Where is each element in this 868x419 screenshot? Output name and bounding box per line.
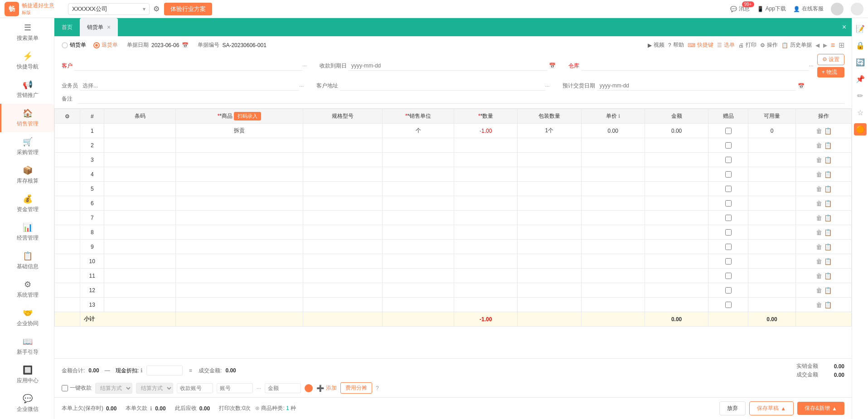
rp-note-icon[interactable]: 📝: [854, 23, 867, 35]
delete-icon-10[interactable]: 🗑: [816, 258, 822, 265]
salesman-input[interactable]: [80, 81, 299, 91]
shortcut-btn[interactable]: ⌨快捷键: [688, 41, 713, 49]
sidebar-item-wechat[interactable]: 💬 企业微信: [0, 389, 54, 418]
list-view-icon[interactable]: ≡: [831, 41, 835, 49]
delete-icon-4[interactable]: 🗑: [816, 171, 822, 178]
gift-checkbox-8[interactable]: [725, 229, 732, 236]
expected-date-calendar-icon[interactable]: 📅: [798, 83, 805, 89]
copy-icon-1[interactable]: 📋: [824, 127, 832, 135]
radio-sales[interactable]: 销货单: [62, 41, 86, 49]
copy-icon-9[interactable]: 📋: [824, 243, 832, 250]
settlement-method-select[interactable]: 结算方式: [95, 383, 132, 394]
gift-checkbox-1[interactable]: [725, 128, 732, 134]
sidebar-item-sales[interactable]: 🏠 销售管理: [0, 104, 54, 132]
setting-button[interactable]: ⚙ 设置: [817, 54, 844, 65]
help-btn[interactable]: ?帮助: [668, 41, 684, 49]
radio-return[interactable]: 退货单: [93, 41, 118, 49]
salesman-dots-icon[interactable]: ···: [299, 83, 304, 89]
save-draft-btn[interactable]: 保存草稿 ▲: [749, 401, 794, 415]
copy-icon-12[interactable]: 📋: [824, 287, 832, 294]
tab-close-icon[interactable]: ×: [107, 24, 111, 31]
copy-icon-7[interactable]: 📋: [824, 214, 832, 222]
delete-icon-13[interactable]: 🗑: [816, 301, 822, 308]
account-no-input[interactable]: [217, 383, 253, 393]
experience-button[interactable]: 体验行业方案: [164, 3, 212, 15]
sidebar-item-apps[interactable]: 🔲 应用中心: [0, 361, 54, 389]
gift-checkbox-11[interactable]: [725, 273, 732, 279]
gift-checkbox-13[interactable]: [725, 302, 732, 308]
gift-checkbox-12[interactable]: [725, 287, 732, 294]
expense-split-btn[interactable]: 费用分摊: [340, 382, 372, 394]
copy-icon-11[interactable]: 📋: [824, 272, 832, 279]
gift-checkbox-10[interactable]: [725, 258, 732, 265]
logistics-button[interactable]: + 物流: [817, 67, 844, 77]
copy-icon-8[interactable]: 📋: [824, 229, 832, 236]
delete-icon-5[interactable]: 🗑: [816, 185, 822, 193]
grid-view-icon[interactable]: ⊞: [839, 41, 844, 49]
sidebar-item-quicknav[interactable]: ⚡ 快捷导航: [0, 47, 54, 75]
app-download-button[interactable]: 📱 App下载: [757, 5, 786, 13]
due-date-calendar-icon[interactable]: 📅: [549, 63, 556, 69]
copy-icon-3[interactable]: 📋: [824, 156, 832, 164]
discard-btn[interactable]: 放弃: [719, 401, 746, 415]
avatar2[interactable]: [851, 3, 863, 15]
delete-icon-2[interactable]: 🗑: [816, 142, 822, 149]
tab-bar-close-icon[interactable]: ×: [842, 23, 846, 31]
sidebar-item-guide[interactable]: 📖 新手引导: [0, 332, 54, 361]
warehouse-dots-icon[interactable]: ···: [809, 63, 814, 69]
sidebar-item-marketing[interactable]: 📢 营销推广: [0, 75, 54, 104]
select-btn[interactable]: ☰选单: [717, 41, 735, 49]
delete-icon-12[interactable]: 🗑: [816, 287, 822, 294]
add-payment-btn[interactable]: ●: [305, 384, 313, 392]
print-action-btn[interactable]: 🖨打印: [738, 41, 756, 49]
nav-prev-icon[interactable]: ◀: [815, 42, 820, 48]
rp-orange-icon[interactable]: 🟠: [854, 123, 867, 135]
gift-checkbox-7[interactable]: [725, 215, 732, 221]
sidebar-item-search[interactable]: ☰ 搜索菜单: [0, 18, 54, 47]
account-input[interactable]: [177, 383, 213, 393]
rp-refresh-icon[interactable]: 🔄: [854, 56, 867, 68]
message-button[interactable]: 💬 消息 99+: [730, 5, 750, 13]
gift-checkbox-4[interactable]: [725, 171, 732, 178]
history-btn[interactable]: 📋历史单据: [781, 41, 812, 49]
save-new-btn[interactable]: 保存&新增 ▲: [797, 402, 844, 415]
customer-input[interactable]: [74, 61, 302, 71]
sidebar-item-basics[interactable]: 📋 基础信息: [0, 246, 54, 275]
account-dots-icon[interactable]: ···: [257, 385, 261, 391]
rp-edit-icon[interactable]: ✏: [855, 90, 865, 102]
customer-dots-icon[interactable]: ···: [302, 63, 307, 69]
company-selector[interactable]: XXXXXX公司 ▾: [68, 3, 150, 15]
copy-icon-6[interactable]: 📋: [824, 200, 832, 207]
video-btn[interactable]: ▶视频: [648, 41, 664, 49]
delete-icon-7[interactable]: 🗑: [816, 214, 822, 222]
rp-lock-icon[interactable]: 🔒: [854, 39, 867, 52]
copy-icon-13[interactable]: 📋: [824, 301, 832, 308]
discount-input[interactable]: [146, 366, 183, 376]
sidebar-item-management[interactable]: 📊 经营管理: [0, 218, 54, 246]
sidebar-item-enterprise[interactable]: 🤝 企业协同: [0, 303, 54, 332]
gift-checkbox-9[interactable]: [725, 244, 732, 250]
delete-icon-3[interactable]: 🗑: [816, 156, 822, 164]
gift-checkbox-3[interactable]: [725, 157, 732, 163]
one-click-payment[interactable]: 一键收款: [62, 384, 92, 392]
operation-btn[interactable]: ⚙操作: [760, 41, 778, 49]
gift-checkbox-6[interactable]: [725, 200, 732, 207]
copy-icon-5[interactable]: 📋: [824, 185, 832, 193]
gift-checkbox-2[interactable]: [725, 142, 732, 149]
th-settings[interactable]: ⚙: [55, 109, 80, 124]
tab-sales-order[interactable]: 销货单 ×: [80, 18, 118, 36]
delete-icon-11[interactable]: 🗑: [816, 272, 822, 279]
scan-btn[interactable]: 扫码录入: [234, 112, 261, 120]
address-dots-icon[interactable]: ···: [545, 83, 550, 89]
gear-icon[interactable]: ⚙: [153, 5, 160, 13]
gift-checkbox-5[interactable]: [725, 186, 732, 192]
sidebar-item-inventory[interactable]: 📦 库存核算: [0, 161, 54, 189]
copy-icon-2[interactable]: 📋: [824, 142, 832, 149]
settlement-method-select2[interactable]: 结算方式: [136, 383, 173, 394]
copy-icon-4[interactable]: 📋: [824, 171, 832, 178]
sidebar-item-purchase[interactable]: 🛒 采购管理: [0, 132, 54, 161]
tab-home[interactable]: 首页: [54, 18, 80, 36]
delete-icon-6[interactable]: 🗑: [816, 200, 822, 207]
sidebar-item-finance[interactable]: 💰 资金管理: [0, 189, 54, 218]
remarks-input[interactable]: [78, 94, 844, 104]
